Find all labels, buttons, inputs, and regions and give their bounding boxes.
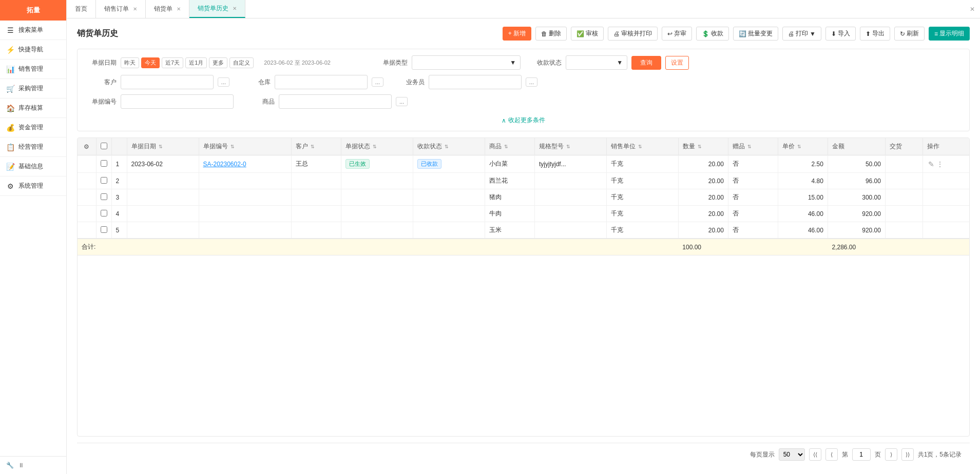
date-btn-custom[interactable]: 自定义 bbox=[229, 57, 254, 68]
sidebar-item-inventory[interactable]: 🏠 库存核算 bbox=[0, 98, 66, 118]
col-qty[interactable]: 数量 ⇅ bbox=[678, 138, 728, 155]
col-customer[interactable]: 客户 ⇅ bbox=[292, 138, 341, 155]
col-unit[interactable]: 销售单位 ⇅ bbox=[606, 138, 678, 155]
col-spec-label: 规格型号 bbox=[539, 143, 564, 150]
new-button[interactable]: + 新增 bbox=[503, 27, 531, 41]
row-checkbox[interactable] bbox=[101, 160, 107, 167]
audit-print-button[interactable]: 🖨 审核并打印 bbox=[608, 27, 658, 41]
sort-gift-icon[interactable]: ⇅ bbox=[747, 144, 752, 149]
col-settings[interactable]: ⚙ bbox=[78, 138, 96, 155]
audit-button[interactable]: ✅ 审核 bbox=[571, 27, 604, 41]
col-price[interactable]: 单价 ⇅ bbox=[778, 138, 828, 155]
export-button[interactable]: ⬆ 导出 bbox=[860, 27, 890, 41]
page-number-input[interactable] bbox=[852, 448, 871, 461]
show-detail-button[interactable]: ≡ 显示明细 bbox=[929, 27, 970, 41]
date-btn-1month[interactable]: 近1月 bbox=[185, 57, 207, 68]
sort-spec-icon[interactable]: ⇅ bbox=[566, 144, 570, 149]
col-goods[interactable]: 商品 ⇅ bbox=[485, 138, 534, 155]
import-button[interactable]: ⬇ 导入 bbox=[825, 27, 856, 41]
salesperson-input[interactable] bbox=[429, 75, 522, 89]
salesperson-ellipsis[interactable]: ... bbox=[526, 77, 537, 87]
tab-bar-end[interactable]: ✕ bbox=[970, 0, 980, 18]
last-page-button[interactable]: ⟩⟩ bbox=[901, 448, 914, 461]
row-checkbox-cell[interactable] bbox=[96, 222, 111, 239]
goods-ellipsis[interactable]: ... bbox=[396, 97, 408, 106]
col-doc-date[interactable]: 单据日期 ⇅ bbox=[127, 138, 199, 155]
sidebar-item-operations-mgmt[interactable]: 📋 经营管理 bbox=[0, 137, 66, 157]
query-button[interactable]: 查询 bbox=[631, 56, 661, 70]
payment-status-select[interactable]: ▼ bbox=[566, 55, 627, 70]
sort-doc-number-icon[interactable]: ⇅ bbox=[230, 144, 235, 149]
warehouse-ellipsis[interactable]: ... bbox=[372, 77, 383, 87]
prev-page-button[interactable]: ⟨ bbox=[825, 448, 838, 461]
sort-customer-icon[interactable]: ⇅ bbox=[311, 144, 315, 149]
summary-total-amount: 2,286.00 bbox=[828, 239, 885, 255]
tab-sales-goods-close[interactable]: ✕ bbox=[177, 6, 181, 12]
col-payment-status[interactable]: 收款状态 ⇅ bbox=[413, 138, 485, 155]
sidebar-bottom-icon: 🔧 bbox=[6, 462, 14, 469]
row-checkbox[interactable] bbox=[101, 193, 107, 200]
abandon-button[interactable]: ↩ 弃审 bbox=[662, 27, 692, 41]
row-checkbox[interactable] bbox=[101, 177, 107, 184]
tab-sales-history-close[interactable]: ✕ bbox=[233, 6, 237, 11]
select-all-checkbox[interactable] bbox=[101, 143, 107, 149]
doc-number-input[interactable] bbox=[121, 94, 234, 109]
collect-button[interactable]: 💲 收款 bbox=[696, 27, 729, 41]
page-size-select[interactable]: 10 20 50 100 bbox=[779, 448, 805, 461]
print-button[interactable]: 🖨 打印 ▼ bbox=[782, 27, 821, 41]
col-doc-status[interactable]: 单据状态 ⇅ bbox=[341, 138, 413, 155]
sidebar-item-label: 采购管理 bbox=[18, 84, 43, 93]
row-checkbox-cell[interactable] bbox=[96, 155, 111, 173]
sidebar-item-purchase-mgmt[interactable]: 🛒 采购管理 bbox=[0, 79, 66, 98]
edit-icon[interactable]: ✎ bbox=[928, 160, 934, 168]
refresh-button[interactable]: ↻ 刷新 bbox=[894, 27, 925, 41]
sort-payment-status-icon[interactable]: ⇅ bbox=[445, 144, 449, 149]
tab-sales-order-close[interactable]: ✕ bbox=[133, 6, 137, 12]
sidebar-item-basic-info[interactable]: 📝 基础信息 bbox=[0, 157, 66, 176]
col-gift[interactable]: 赠品 ⇅ bbox=[728, 138, 778, 155]
sort-doc-date-icon[interactable]: ⇅ bbox=[159, 144, 163, 149]
sort-goods-icon[interactable]: ⇅ bbox=[504, 144, 508, 149]
col-goods-label: 商品 bbox=[489, 143, 502, 150]
tab-sales-history[interactable]: 销货单历史 ✕ bbox=[189, 0, 245, 18]
next-page-button[interactable]: ⟩ bbox=[885, 448, 897, 461]
page-title: 销货单历史 bbox=[77, 28, 118, 39]
row-checkbox-cell[interactable] bbox=[96, 206, 111, 222]
sidebar-item-sales-mgmt[interactable]: 📊 销售管理 bbox=[0, 60, 66, 79]
doc-type-select[interactable]: ▼ bbox=[412, 55, 521, 70]
date-btn-more[interactable]: 更多 bbox=[209, 57, 227, 68]
goods-input[interactable] bbox=[279, 94, 392, 109]
customer-input[interactable] bbox=[121, 75, 214, 89]
row-checkbox-cell[interactable] bbox=[96, 189, 111, 206]
sort-price-icon[interactable]: ⇅ bbox=[797, 144, 801, 149]
row-checkbox[interactable] bbox=[101, 226, 107, 233]
customer-ellipsis[interactable]: ... bbox=[218, 77, 229, 87]
batch-change-button[interactable]: 🔄 批量变更 bbox=[733, 27, 778, 41]
date-btn-today[interactable]: 今天 bbox=[141, 57, 160, 68]
delete-button[interactable]: 🗑 删除 bbox=[535, 27, 567, 41]
more-icon[interactable]: ⋮ bbox=[936, 160, 944, 168]
row-checkbox[interactable] bbox=[101, 210, 107, 216]
row-goods: 小白菜 bbox=[485, 155, 534, 173]
sidebar-item-search-menu[interactable]: ☰ 搜索菜单 bbox=[0, 21, 66, 40]
sort-unit-icon[interactable]: ⇅ bbox=[638, 144, 642, 149]
sort-doc-status-icon[interactable]: ⇅ bbox=[373, 144, 377, 149]
col-doc-number[interactable]: 单据编号 ⇅ bbox=[199, 138, 292, 155]
warehouse-input[interactable] bbox=[275, 75, 368, 89]
date-btn-7days[interactable]: 近7天 bbox=[162, 57, 183, 68]
settings-button[interactable]: 设置 bbox=[665, 56, 689, 70]
col-spec[interactable]: 规格型号 ⇅ bbox=[534, 138, 606, 155]
tab-sales-order[interactable]: 销售订单 ✕ bbox=[96, 0, 146, 18]
collapse-button[interactable]: ∧ 收起更多条件 bbox=[86, 114, 961, 125]
row-checkbox-cell[interactable] bbox=[96, 173, 111, 189]
first-page-button[interactable]: ⟨⟨ bbox=[809, 448, 821, 461]
sidebar-item-quick-nav[interactable]: ⚡ 快捷导航 bbox=[0, 40, 66, 60]
sidebar-item-finance-mgmt[interactable]: 💰 资金管理 bbox=[0, 118, 66, 137]
tab-home[interactable]: 首页 bbox=[67, 0, 96, 18]
table-row: 4 牛肉 千克 20.00 否 46.00 920.00 bbox=[78, 206, 969, 222]
tab-sales-goods[interactable]: 销货单 ✕ bbox=[146, 0, 189, 18]
date-btn-yesterday[interactable]: 昨天 bbox=[121, 57, 139, 68]
sort-qty-icon[interactable]: ⇅ bbox=[698, 144, 702, 149]
sidebar-item-system-mgmt[interactable]: ⚙ 系统管理 bbox=[0, 176, 66, 196]
doc-number-link[interactable]: SA-20230602-0 bbox=[203, 161, 246, 168]
